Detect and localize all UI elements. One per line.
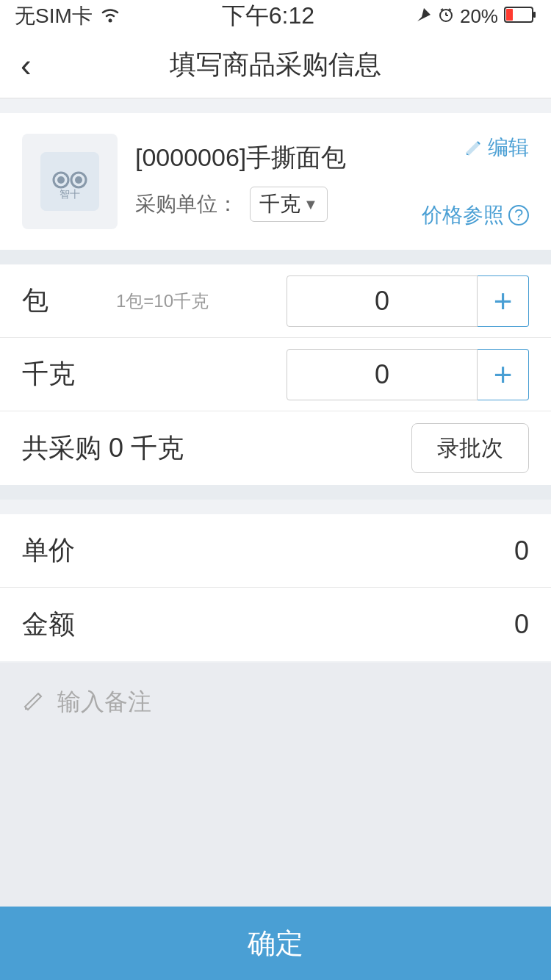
unit-price-label: 单价 [22,533,514,569]
section-divider-1 [0,250,551,264]
amount-row: 金额 0 [0,588,551,661]
product-image: 智十 [22,134,118,229]
kg-input-wrapper: + [287,349,529,400]
note-icon [22,688,46,717]
unit-price-value: 0 [514,536,529,566]
time-display: 下午6:12 [222,0,314,32]
status-left: 无SIM卡 [15,2,120,30]
amount-value: 0 [514,609,529,640]
bao-sublabel: 1包=10千克 [116,289,287,313]
kg-label: 千克 [22,356,110,392]
note-placeholder: 输入备注 [57,686,151,718]
price-ref-icon: ? [508,205,529,226]
svg-point-14 [75,176,82,184]
svg-text:智十: 智十 [60,188,80,200]
unit-value: 千克 [259,190,300,218]
back-button[interactable]: ‹ [21,47,32,84]
nav-bar: ‹ 填写商品采购信息 [0,32,551,98]
bao-input-wrapper: + [287,275,529,327]
bao-input[interactable] [287,275,478,327]
alarm-icon [438,5,454,28]
price-ref-label: 价格参照 [422,201,504,229]
record-batch-button[interactable]: 录批次 [411,423,529,473]
product-card: 智十 [0000006]手撕面包 采购单位： 千克 ▼ 编辑 价格参照 [0,113,551,250]
svg-point-13 [57,176,65,184]
section-divider-2 [0,485,551,500]
bao-label: 包 [22,283,110,319]
unit-select[interactable]: 千克 ▼ [250,187,328,222]
unit-dropdown-icon: ▼ [303,196,318,213]
carrier-text: 无SIM卡 [15,2,93,30]
edit-button[interactable]: 编辑 [464,134,529,162]
input-section: 包 1包=10千克 + 千克 + 共采购 0 千克 录批次 [0,264,551,485]
svg-rect-8 [506,9,513,21]
battery-icon [504,5,536,28]
price-ref-button[interactable]: 价格参照 ? [422,201,529,229]
wifi-icon [100,4,120,28]
edit-label: 编辑 [488,134,529,162]
kg-input[interactable] [287,349,478,400]
location-icon [416,5,432,28]
unit-label: 采购单位： [135,190,238,218]
note-section[interactable]: 输入备注 [0,663,551,742]
confirm-button[interactable]: 确定 [0,907,551,980]
status-right: 20% [416,5,536,28]
status-bar: 无SIM卡 下午6:12 20% [0,0,551,32]
kg-input-row: 千克 + [0,338,551,411]
info-section: 单价 0 金额 0 [0,514,551,661]
unit-price-row: 单价 0 [0,514,551,588]
summary-row: 共采购 0 千克 录批次 [0,411,551,485]
kg-plus-button[interactable]: + [478,349,529,400]
product-logo: 智十 [40,152,99,211]
summary-label: 共采购 0 千克 [22,430,411,466]
main-content: 智十 [0000006]手撕面包 采购单位： 千克 ▼ 编辑 价格参照 [0,113,551,980]
svg-rect-10 [40,152,99,211]
bao-plus-button[interactable]: + [478,275,529,327]
battery-percent: 20% [460,5,498,28]
svg-rect-9 [533,12,536,18]
amount-label: 金额 [22,607,514,643]
svg-point-0 [108,19,112,23]
svg-marker-1 [417,8,431,21]
page-title: 填写商品采购信息 [170,47,381,83]
bao-input-row: 包 1包=10千克 + [0,264,551,338]
edit-icon [464,138,483,157]
